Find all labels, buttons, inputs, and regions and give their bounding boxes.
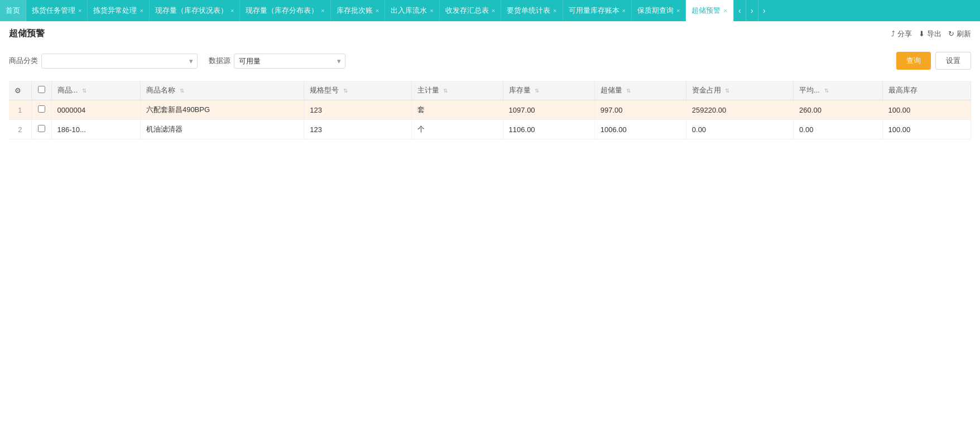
- share-button[interactable]: ⤴ 分享: [891, 29, 912, 39]
- col-capital[interactable]: 资金占用 ⇅: [686, 81, 793, 100]
- page-title: 超储预警: [9, 28, 45, 40]
- top-nav: 首页 拣货任务管理 × 拣货异常处理 × 现存量（库存状况表） × 现存量（库存…: [0, 0, 980, 21]
- export-icon: ⬇: [919, 30, 925, 38]
- datasource-select-wrapper: 可用量 库存量: [234, 54, 345, 69]
- col-checkbox[interactable]: [31, 81, 51, 100]
- col-product-name[interactable]: 商品名称 ⇅: [140, 81, 304, 100]
- cell-stock-0: 1097.00: [503, 100, 594, 120]
- close-nav-order-stat[interactable]: ×: [553, 7, 556, 14]
- close-nav-expiry[interactable]: ×: [676, 7, 680, 14]
- col-stock[interactable]: 库存量 ⇅: [503, 81, 594, 100]
- cell-product-name-1: 机油滤清器: [140, 120, 304, 139]
- filter-buttons: 查询 设置: [896, 52, 971, 70]
- sort-icon-over-stock: ⇅: [626, 88, 631, 94]
- nav-expiry[interactable]: 保质期查询 ×: [632, 0, 686, 21]
- cell-max-stock-1: 100.00: [882, 120, 971, 139]
- close-nav-task-mgmt[interactable]: ×: [78, 7, 81, 14]
- cell-product-name-0: 六配套新昌490BPG: [140, 100, 304, 120]
- cell-over-stock-1: 1006.00: [594, 120, 686, 139]
- settings-button[interactable]: 设置: [935, 52, 971, 70]
- close-nav-usable-stock[interactable]: ×: [622, 7, 626, 14]
- header-actions: ⤴ 分享 ⬇ 导出 ↻ 刷新: [891, 29, 971, 39]
- col-unit[interactable]: 主计量 ⇅: [411, 81, 503, 100]
- close-nav-batch[interactable]: ×: [376, 7, 379, 14]
- close-nav-stock-status[interactable]: ×: [230, 7, 234, 14]
- nav-flow[interactable]: 出入库流水 ×: [385, 0, 439, 21]
- page-header: 超储预警 ⤴ 分享 ⬇ 导出 ↻ 刷新: [9, 28, 971, 40]
- refresh-icon: ↻: [948, 30, 954, 38]
- cell-stock-1: 1106.00: [503, 120, 594, 139]
- cell-avg-1: 0.00: [794, 120, 882, 139]
- sort-icon-avg: ⇅: [824, 88, 829, 94]
- sort-icon-product-name: ⇅: [180, 88, 184, 94]
- row-select-0[interactable]: [38, 105, 45, 113]
- close-nav-overstock[interactable]: ×: [723, 7, 727, 14]
- row-select-1[interactable]: [38, 125, 45, 132]
- cell-max-stock-0: 100.00: [882, 100, 971, 120]
- cell-capital-1: 0.00: [686, 120, 793, 139]
- nav-usable-stock[interactable]: 可用量库存账本 ×: [563, 0, 632, 21]
- cell-over-stock-0: 997.00: [594, 100, 686, 120]
- col-product-code[interactable]: 商品... ⇅: [51, 81, 140, 100]
- share-icon: ⤴: [891, 30, 895, 38]
- cell-spec-0: 123: [304, 100, 411, 120]
- nav-prev-arrow[interactable]: ‹: [733, 0, 746, 21]
- col-max-stock[interactable]: 最高库存: [882, 81, 971, 100]
- datasource-filter: 数据源 可用量 库存量: [209, 54, 345, 69]
- cell-capital-0: 259220.00: [686, 100, 793, 120]
- close-nav-stock-dist[interactable]: ×: [321, 7, 324, 14]
- nav-summary[interactable]: 收发存汇总表 ×: [440, 0, 501, 21]
- row-num-0: 1: [9, 100, 31, 120]
- refresh-button[interactable]: ↻ 刷新: [948, 29, 971, 39]
- nav-overstock[interactable]: 超储预警 ×: [686, 0, 733, 21]
- nav-home[interactable]: 首页: [0, 0, 26, 21]
- sort-icon-unit: ⇅: [443, 88, 448, 94]
- row-num-1: 2: [9, 120, 31, 139]
- nav-next-arrow[interactable]: ›: [746, 0, 758, 21]
- cell-product-code-0: 0000004: [51, 100, 140, 120]
- cell-spec-1: 123: [304, 120, 411, 139]
- category-label: 商品分类: [9, 56, 38, 66]
- sort-icon-spec: ⇅: [343, 88, 348, 94]
- table-header: ⚙ 商品... ⇅ 商品名称 ⇅ 规格型号 ⇅ 主计量: [9, 81, 971, 100]
- filter-row: 商品分类 数据源 可用量 库存量 查询 设置: [9, 47, 971, 74]
- row-checkbox-1[interactable]: [31, 120, 51, 139]
- close-nav-exception[interactable]: ×: [140, 7, 143, 14]
- gear-icon: ⚙: [15, 86, 21, 95]
- category-select-wrapper: [41, 54, 198, 69]
- close-nav-summary[interactable]: ×: [492, 7, 495, 14]
- col-settings[interactable]: ⚙: [9, 81, 31, 100]
- nav-stock-status[interactable]: 现存量（库存状况表） ×: [150, 0, 240, 21]
- data-table: ⚙ 商品... ⇅ 商品名称 ⇅ 规格型号 ⇅ 主计量: [9, 81, 971, 139]
- nav-exception[interactable]: 拣货异常处理 ×: [88, 0, 149, 21]
- export-button[interactable]: ⬇ 导出: [919, 29, 941, 39]
- table-row: 2 186-10... 机油滤清器 123 个 1106.00 1006.00 …: [9, 120, 971, 139]
- page-content: 超储预警 ⤴ 分享 ⬇ 导出 ↻ 刷新 商品分类: [0, 21, 980, 146]
- col-spec[interactable]: 规格型号 ⇅: [304, 81, 411, 100]
- close-nav-flow[interactable]: ×: [430, 7, 433, 14]
- col-avg[interactable]: 平均... ⇅: [794, 81, 882, 100]
- sort-icon-product-code: ⇅: [82, 88, 87, 94]
- nav-order-stat[interactable]: 要货单统计表 ×: [501, 0, 563, 21]
- row-checkbox-0[interactable]: [31, 100, 51, 120]
- cell-product-code-1: 186-10...: [51, 120, 140, 139]
- datasource-label: 数据源: [209, 56, 230, 66]
- datasource-select[interactable]: 可用量 库存量: [234, 54, 345, 69]
- cell-avg-0: 260.00: [794, 100, 882, 120]
- cell-unit-1: 个: [411, 120, 503, 139]
- col-over-stock[interactable]: 超储量 ⇅: [594, 81, 686, 100]
- category-filter: 商品分类: [9, 54, 198, 69]
- select-all-checkbox[interactable]: [38, 86, 45, 93]
- query-button[interactable]: 查询: [896, 52, 931, 70]
- nav-batch[interactable]: 库存批次账 ×: [331, 0, 385, 21]
- nav-stock-dist[interactable]: 现存量（库存分布表） ×: [240, 0, 330, 21]
- sort-icon-capital: ⇅: [725, 88, 729, 94]
- sort-icon-stock: ⇅: [535, 88, 539, 94]
- nav-task-mgmt[interactable]: 拣货任务管理 ×: [26, 0, 88, 21]
- category-select[interactable]: [41, 54, 198, 69]
- cell-unit-0: 套: [411, 100, 503, 120]
- table-body: 1 0000004 六配套新昌490BPG 123 套 1097.00 997.…: [9, 100, 971, 139]
- table-row: 1 0000004 六配套新昌490BPG 123 套 1097.00 997.…: [9, 100, 971, 120]
- nav-more-arrow[interactable]: ›: [758, 0, 770, 21]
